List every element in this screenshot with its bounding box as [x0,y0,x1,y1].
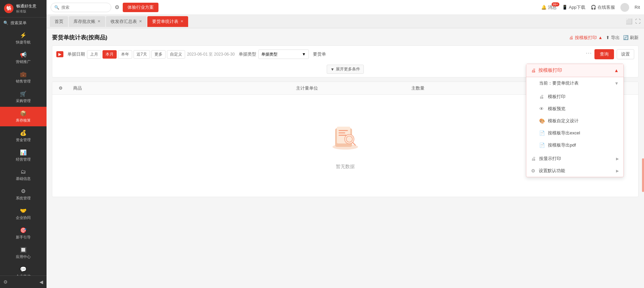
current-template-arrow: ▼ [614,81,619,86]
print-dropdown-menu: 🖨 按模板打印 ▲ 当前：要货单统计表 ▼ 🖨 模板打印 👁 模板预览 [526,64,624,177]
order-type-select[interactable]: 单据类型 ▼ [258,50,309,59]
dropdown-item-export-pdf[interactable]: 📄 按模板导出pdf [526,139,623,151]
search-input[interactable] [61,5,108,10]
sidebar-item-basic[interactable]: 🗂 基础信息 [0,165,47,185]
date-tab-current-year[interactable]: 本年 [118,50,132,59]
operations-icon: 📊 [20,149,27,156]
search-icon: 🔍 [3,21,8,25]
wechat-icon: 💬 [20,266,27,273]
expand-icon[interactable]: ⛶ [635,19,641,25]
template-print-icon: 🖨 [539,94,545,99]
maximize-icon[interactable]: ⬜ [626,18,633,25]
app-download-button[interactable]: 📱 App下载 [562,4,585,10]
dropdown-current-template[interactable]: 当前：要货单统计表 ▼ [526,77,623,89]
tab-batch-account[interactable]: 库存批次账 ✕ [69,16,105,27]
table-settings-icon[interactable]: ⚙ [59,86,63,91]
topbar-gear-icon[interactable]: ⚙ [115,4,119,10]
collapse-menu-icon[interactable]: ◀ [39,279,43,285]
print-dropdown-icon: ▲ [598,35,603,40]
finance-icon: 💰 [20,130,27,136]
username-label[interactable]: Rit [635,5,640,10]
more-actions-icon[interactable]: ⋯ [586,49,592,59]
date-tab-prev-month[interactable]: 上月 [87,50,101,59]
basic-icon: 🗂 [21,169,26,175]
dropdown-item-template-print[interactable]: 🖨 模板打印 [526,91,623,103]
sidebar-item-inventory[interactable]: 📦 库存核算 [0,107,47,126]
empty-icon [328,122,362,158]
sidebar-item-purchase[interactable]: 🛒 采购管理 [0,87,47,107]
sidebar-item-guide[interactable]: 🎯 新手引导 [0,224,47,243]
expand-more-btn[interactable]: ▼ 展开更多条件 [327,65,364,74]
sidebar-item-label: 企业协同 [16,215,31,220]
notification-button[interactable]: 🔔 消息 99+ [541,4,557,10]
dropdown-group-display-print[interactable]: 🖨 按显示打印 ▶ [526,153,623,165]
date-tab-current-month[interactable]: 本月 [103,50,117,59]
sidebar-item-wechat[interactable]: 💬 企业微信 [0,263,47,276]
sidebar-item-operations[interactable]: 📊 经营管理 [0,146,47,165]
app-download-label: App下载 [569,4,585,10]
online-service-button[interactable]: 🎧 在线客服 [591,4,615,10]
filter-row-1: ▶ 单据日期 上月 本月 本年 近7天 更多 自定义 2023-06-01 至 … [56,49,634,59]
sidebar-item-system[interactable]: ⚙ 系统管理 [0,185,47,204]
sidebar-search[interactable]: 🔍 搜索菜单 [0,18,47,29]
th-unit: 主计量单位 [292,85,407,91]
tab-order-stats[interactable]: 要货单统计表 ✕ [147,16,188,27]
sidebar-item-appstore[interactable]: 🔲 应用中心 [0,243,47,263]
tab-batch-account-label: 库存批次账 [74,19,95,25]
date-tabs: 上月 本月 本年 近7天 更多 自定义 [87,50,185,59]
dropdown-item-template-preview[interactable]: 👁 模板预览 [526,103,623,115]
refresh-button[interactable]: 🔄 刷新 [623,35,639,41]
system-icon: ⚙ [21,188,26,194]
current-template-label: 当前：要货单统计表 [539,80,579,86]
tab-order-stats-close[interactable]: ✕ [180,19,183,24]
dropdown-collapse-icon[interactable]: ▲ [614,68,619,73]
user-avatar[interactable] [620,3,629,12]
date-tab-custom[interactable]: 自定义 [167,50,185,59]
th-goods: 商品 [69,85,292,91]
dropdown-group-set-default[interactable]: ⚙ 设置默认功能 ▶ [526,165,623,177]
printer-icon: 🖨 [569,35,574,40]
tab-batch-account-close[interactable]: ✕ [97,19,100,24]
sidebar-item-marketing[interactable]: 📢 营销推广 [0,48,47,68]
tab-order-stats-label: 要货单统计表 [152,19,178,25]
topbar-search-box[interactable]: 🔍 [51,3,111,12]
tab-collection-summary[interactable]: 收发存汇总表 ✕ [106,16,147,27]
scrollbar-indicator[interactable] [642,158,644,192]
dropdown-header[interactable]: 🖨 按模板打印 ▲ [526,64,623,77]
date-filter-label: 单据日期 [67,51,85,57]
print-button[interactable]: 🖨 按模板打印 ▲ [569,35,603,41]
experience-btn[interactable]: 体验行业方案 [123,3,158,12]
bell-icon: 🔔 [541,5,547,10]
export-button[interactable]: ⬆ 导出 [606,35,620,41]
dropdown-title: 按模板打印 [538,67,562,73]
export-excel-icon: 📄 [539,130,545,136]
export-label: 导出 [611,35,620,41]
template-print-label: 模板打印 [548,94,565,100]
date-tab-last7days[interactable]: 近7天 [134,50,150,59]
sidebar-item-quick-nav[interactable]: ⚡ 快捷导航 [0,29,47,48]
query-button[interactable]: 查询 [594,49,614,59]
topbar: 🔍 ⚙ 体验行业方案 🔔 消息 99+ 📱 App下载 🎧 在线客服 Rit [47,0,644,15]
export-pdf-icon: 📄 [539,142,545,148]
dropdown-item-template-design[interactable]: 🎨 模板自定义设计 [526,115,623,127]
tab-home[interactable]: 首页 [50,16,68,27]
display-print-arrow: ▶ [616,157,619,161]
sidebar-item-enterprise[interactable]: 🤝 企业协同 [0,204,47,224]
filter-toggle-icon[interactable]: ▶ [56,51,63,57]
tab-collection-summary-close[interactable]: ✕ [139,19,142,24]
th-settings[interactable]: ⚙ [52,86,69,91]
dropdown-item-export-excel[interactable]: 📄 按模板导出excel [526,127,623,139]
enterprise-icon: 🤝 [20,207,27,214]
sidebar-item-finance[interactable]: 💰 资金管理 [0,126,47,146]
sidebar-item-sales[interactable]: 💼 销售管理 [0,68,47,87]
set-default-left: ⚙ 设置默认功能 [531,168,565,174]
sidebar-nav: ⚡ 快捷导航 📢 营销推广 💼 销售管理 🛒 采购管理 📦 库存核算 💰 资金管… [0,29,47,276]
settings-icon[interactable]: ⚙ [3,279,8,285]
sidebar-item-label: 资金管理 [16,137,31,142]
order-type-dropdown-icon: ▼ [302,52,306,57]
filter-expand-icon[interactable]: ▶ [56,51,63,57]
date-tab-more[interactable]: 更多 [151,50,166,59]
settings-button[interactable]: 设置 [617,49,634,59]
topbar-right-actions: 🔔 消息 99+ 📱 App下载 🎧 在线客服 Rit [541,3,640,12]
sidebar-item-label: 销售管理 [16,79,31,84]
